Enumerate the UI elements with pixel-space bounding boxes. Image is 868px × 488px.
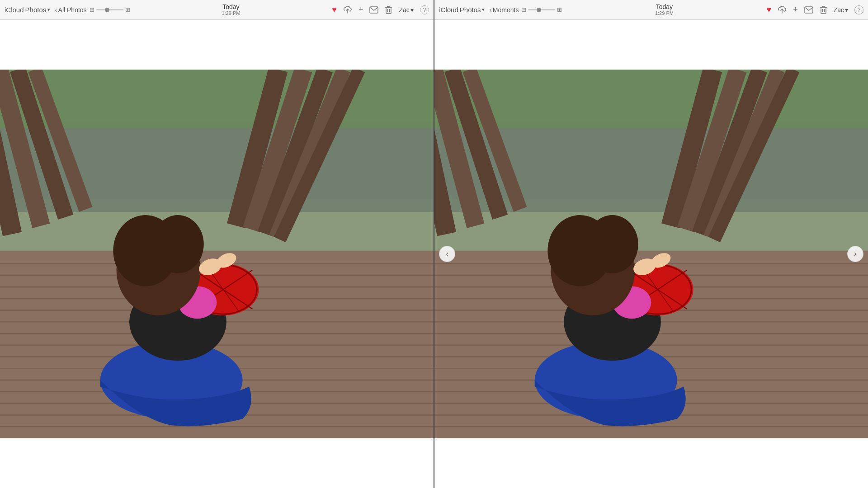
left-zoom-control[interactable]: ⊟ ⊞ bbox=[90, 6, 130, 13]
right-photos-label: Photos bbox=[460, 6, 481, 14]
left-zoom-small-icon: ⊟ bbox=[90, 6, 94, 13]
left-panel: iCloud Photos ▾ ‹ All Photos ⊟ ⊞ Today 1… bbox=[0, 0, 434, 488]
left-toolbar-center: Today 1:29 PM bbox=[133, 3, 330, 17]
left-toolbar: iCloud Photos ▾ ‹ All Photos ⊟ ⊞ Today 1… bbox=[0, 0, 434, 20]
chevron-left-icon: ‹ bbox=[446, 250, 448, 258]
left-upload-button[interactable] bbox=[343, 6, 352, 14]
svg-rect-1 bbox=[370, 7, 378, 13]
photo-prev-button[interactable]: ‹ bbox=[439, 246, 455, 262]
right-brand-dropdown-icon: ▾ bbox=[482, 7, 485, 13]
left-date-label: Today bbox=[222, 3, 239, 11]
right-add-button[interactable]: + bbox=[793, 5, 798, 14]
svg-rect-55 bbox=[821, 8, 826, 14]
right-user-dropdown-icon: ▾ bbox=[845, 6, 848, 14]
right-user-menu[interactable]: Zac ▾ bbox=[834, 6, 848, 14]
right-zoom-small-icon: ⊟ bbox=[521, 6, 526, 13]
left-user-menu[interactable]: Zac ▾ bbox=[399, 6, 413, 14]
left-zoom-large-icon: ⊞ bbox=[125, 6, 130, 13]
left-zoom-slider[interactable] bbox=[96, 9, 123, 10]
svg-rect-54 bbox=[805, 7, 813, 13]
right-nav-label: Moments bbox=[493, 6, 519, 14]
right-zoom-thumb bbox=[537, 8, 541, 12]
left-mail-button[interactable] bbox=[369, 6, 378, 14]
left-trash-button[interactable] bbox=[385, 6, 392, 14]
svg-rect-65 bbox=[434, 70, 868, 128]
left-toolbar-actions: ♥ + bbox=[332, 5, 429, 14]
right-mail-button[interactable] bbox=[804, 6, 813, 14]
right-toolbar-center: Today 1:29 PM bbox=[565, 3, 764, 17]
left-user-dropdown-icon: ▾ bbox=[410, 6, 414, 14]
right-icloud-label: iCloud bbox=[439, 6, 458, 14]
right-zoom-large-icon: ⊞ bbox=[557, 6, 562, 13]
left-brand-dropdown-icon: ▾ bbox=[47, 7, 50, 13]
left-nav-arrow-icon: ‹ bbox=[55, 6, 57, 14]
right-top-gap bbox=[434, 20, 868, 70]
right-trash-button[interactable] bbox=[820, 6, 827, 14]
right-toolbar: iCloud Photos ▾ ‹ Moments ⊟ ⊞ Today 1:29… bbox=[434, 0, 868, 20]
left-time-label: 1:29 PM bbox=[222, 10, 240, 16]
chevron-right-icon: › bbox=[854, 250, 856, 258]
right-photo bbox=[434, 70, 868, 438]
photo-next-button[interactable]: › bbox=[847, 246, 863, 262]
svg-rect-2 bbox=[386, 8, 391, 14]
left-heart-button[interactable]: ♥ bbox=[332, 5, 337, 14]
left-nav-back[interactable]: ‹ All Photos bbox=[55, 6, 86, 14]
svg-point-50 bbox=[152, 215, 204, 273]
right-heart-button[interactable]: ♥ bbox=[766, 5, 771, 14]
left-photo bbox=[0, 70, 434, 438]
left-help-button[interactable]: ? bbox=[420, 5, 429, 14]
left-zoom-thumb bbox=[105, 8, 109, 12]
left-icloud-label: iCloud bbox=[5, 6, 24, 14]
left-bottom-gap bbox=[0, 438, 434, 488]
right-photo-area: ‹ bbox=[434, 70, 868, 438]
right-time-label: 1:29 PM bbox=[655, 10, 674, 16]
left-brand[interactable]: iCloud Photos ▾ bbox=[5, 6, 50, 14]
svg-rect-12 bbox=[0, 70, 434, 128]
right-upload-button[interactable] bbox=[778, 6, 787, 14]
left-nav-label: All Photos bbox=[58, 6, 87, 14]
right-nav-arrow-icon: ‹ bbox=[489, 6, 491, 14]
left-photo-area bbox=[0, 70, 434, 438]
right-zoom-control[interactable]: ⊟ ⊞ bbox=[521, 6, 562, 13]
right-date-label: Today bbox=[656, 3, 673, 11]
right-help-button[interactable]: ? bbox=[854, 5, 863, 14]
right-brand[interactable]: iCloud Photos ▾ bbox=[439, 6, 485, 14]
right-user-label: Zac bbox=[834, 6, 844, 14]
right-panel: iCloud Photos ▾ ‹ Moments ⊟ ⊞ Today 1:29… bbox=[434, 0, 868, 488]
right-zoom-slider[interactable] bbox=[528, 9, 555, 10]
left-photos-label: Photos bbox=[25, 6, 47, 14]
right-bottom-gap bbox=[434, 438, 868, 488]
right-nav-back[interactable]: ‹ Moments bbox=[489, 6, 519, 14]
left-add-button[interactable]: + bbox=[359, 5, 363, 14]
left-top-gap bbox=[0, 20, 434, 70]
left-user-label: Zac bbox=[399, 6, 409, 14]
svg-point-103 bbox=[586, 215, 638, 273]
right-toolbar-actions: ♥ + bbox=[766, 5, 863, 14]
